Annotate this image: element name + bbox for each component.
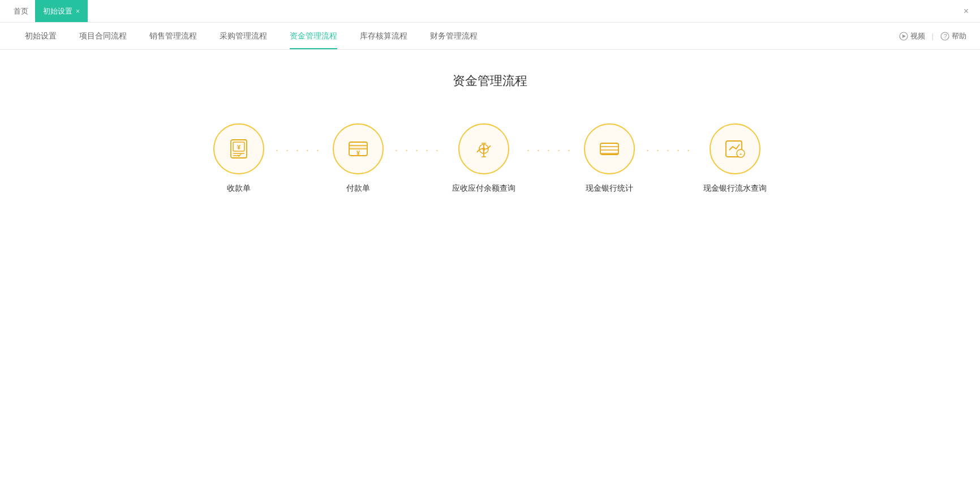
flow-circle-payment: ¥ (333, 123, 384, 174)
flow-label-cashflow: 现金银行流水查询 (703, 183, 767, 194)
flow-item-cashbank[interactable]: 现金银行统计 (584, 123, 635, 194)
svg-marker-1 (902, 35, 906, 38)
home-tab[interactable]: 首页 (7, 6, 35, 16)
flow-item-balance[interactable]: ¥ 应收应付余额查询 (452, 123, 515, 194)
flow-circle-cashbank (584, 123, 635, 174)
connector-1: · · · · · (264, 144, 333, 173)
connector-3: · · · · · (515, 144, 584, 173)
nav-item-init[interactable]: 初始设置 (14, 23, 68, 49)
svg-text:¥: ¥ (356, 149, 360, 156)
flow-circle-cashflow: + (710, 123, 760, 174)
flow-label-balance: 应收应付余额查询 (452, 183, 515, 194)
nav-item-sales[interactable]: 销售管理流程 (138, 23, 208, 49)
video-link[interactable]: 视频 (899, 31, 925, 41)
nav-item-capital[interactable]: 资金管理流程 (278, 23, 349, 49)
flow-item-cashflow[interactable]: + 现金银行流水查询 (703, 123, 767, 194)
cashbank-icon (597, 136, 622, 161)
flow-label-payment: 付款单 (346, 183, 370, 194)
nav-bar: 初始设置 项目合同流程 销售管理流程 采购管理流程 资金管理流程 库存核算流程 … (0, 23, 980, 50)
connector-2: · · · · · (384, 144, 452, 173)
svg-rect-10 (349, 145, 367, 149)
connector-4: · · · · · (635, 144, 703, 173)
flow-label-receipt: 收款单 (227, 183, 251, 194)
help-icon: ? (940, 32, 949, 41)
flow-row: ¥ 收款单 · · · · · ¥ (34, 123, 946, 194)
flow-circle-balance: ¥ (458, 123, 509, 174)
flow-item-receipt[interactable]: ¥ 收款单 (213, 123, 264, 194)
help-link[interactable]: ? 帮助 (940, 31, 966, 41)
top-bar: 首页 初始设置 × × (0, 0, 980, 23)
top-bar-right: × (959, 6, 973, 16)
nav-item-finance[interactable]: 财务管理流程 (419, 23, 489, 49)
svg-rect-16 (600, 143, 618, 155)
nav-item-project[interactable]: 项目合同流程 (68, 23, 138, 49)
balance-icon: ¥ (471, 136, 496, 161)
active-tab[interactable]: 初始设置 × (35, 0, 88, 22)
video-icon (899, 32, 908, 41)
svg-text:¥: ¥ (482, 147, 485, 152)
receipt-icon: ¥ (226, 136, 251, 161)
flow-item-payment[interactable]: ¥ 付款单 (333, 123, 384, 194)
nav-right: 视频 | ? 帮助 (899, 31, 966, 41)
flow-label-cashbank: 现金银行统计 (586, 183, 633, 194)
svg-text:+: + (740, 152, 742, 157)
nav-item-purchase[interactable]: 采购管理流程 (208, 23, 278, 49)
svg-text:¥: ¥ (237, 144, 241, 151)
close-icon[interactable]: × (76, 7, 80, 15)
window-close-button[interactable]: × (959, 6, 973, 16)
nav-item-inventory[interactable]: 库存核算流程 (349, 23, 419, 49)
svg-text:?: ? (944, 33, 947, 40)
active-tab-label: 初始设置 (43, 6, 72, 16)
page-title: 资金管理流程 (34, 72, 946, 89)
cashflow-icon: + (723, 136, 747, 161)
payment-icon: ¥ (346, 136, 371, 161)
flow-circle-receipt: ¥ (213, 123, 264, 174)
main-content: 资金管理流程 ¥ 收款单 · · · · · (0, 50, 980, 501)
